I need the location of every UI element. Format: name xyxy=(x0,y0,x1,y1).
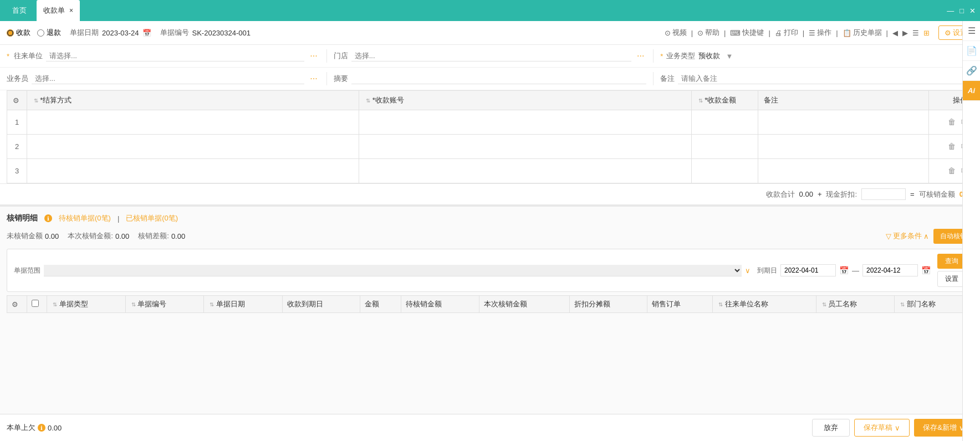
bth-staff: ⇅ 员工名称 xyxy=(816,296,895,313)
net-label: 可核销金额 xyxy=(919,189,955,199)
verify-stats: 未核销金额 0.00 本次核销金额: 0.00 核销差额: 0.00 xyxy=(7,228,185,244)
receipt-table: ⚙ ⇅ *结算方式 ⇅ *收款账号 ⇅ *收款金额 备注 xyxy=(7,90,973,183)
bth-sales-order: 销售订单 xyxy=(647,296,713,313)
row-1-note[interactable] xyxy=(758,110,928,135)
footer-info-icon[interactable]: ℹ xyxy=(38,424,45,432)
row-2-amount[interactable] xyxy=(691,135,758,159)
row-1-account[interactable] xyxy=(359,110,691,135)
bth-settings[interactable]: ⚙ xyxy=(7,296,27,313)
window-minimize-btn[interactable]: — xyxy=(947,7,954,15)
bth-no: ⇅ 单据编号 xyxy=(125,296,204,313)
bth-discount: 折扣分摊额 xyxy=(569,296,647,313)
verification-table: ⚙ ⇅ 单据类型 ⇅ 单据编号 xyxy=(7,295,973,313)
staff-more-btn[interactable]: ··· xyxy=(308,74,319,84)
summary-input[interactable] xyxy=(351,73,647,84)
note-input[interactable] xyxy=(678,73,973,84)
radio-receive[interactable]: 收款 xyxy=(7,28,30,38)
filter-date-start-calendar-btn[interactable]: 📅 xyxy=(839,266,849,275)
action-operation[interactable]: ☰ 操作 xyxy=(809,28,831,38)
row-3-account[interactable] xyxy=(359,159,691,183)
bth-current: 本次核销金额 xyxy=(479,296,569,313)
bth-due-date: 收款到期日 xyxy=(282,296,360,313)
row-2-settlement[interactable] xyxy=(27,135,359,159)
action-help[interactable]: ⊙ 帮助 xyxy=(697,28,719,38)
counterparty-input[interactable] xyxy=(46,50,304,61)
document-info: 单据日期 2023-03-24 📅 单据编号 SK-20230324-001 xyxy=(70,28,656,38)
form-row-2: 业务员 ··· 摘要 备注 xyxy=(0,68,980,90)
filter-date-end-input[interactable] xyxy=(862,264,918,276)
store-input[interactable] xyxy=(351,50,631,61)
select-all-checkbox[interactable] xyxy=(32,300,39,307)
divider1: | xyxy=(691,29,693,37)
row-1-amount[interactable] xyxy=(691,110,758,135)
divider6: | xyxy=(886,29,888,37)
row-3-settlement[interactable] xyxy=(27,159,359,183)
verify-title: 核销明细 xyxy=(7,213,38,223)
store-more-btn[interactable]: ··· xyxy=(635,51,646,61)
prev-label: 本单上欠 xyxy=(7,423,35,433)
action-video[interactable]: ⊙ 视频 xyxy=(665,28,687,38)
nav-tab-close[interactable]: × xyxy=(69,7,73,14)
discard-btn[interactable]: 放弃 xyxy=(812,419,850,437)
verify-info-icon[interactable]: ℹ xyxy=(44,214,52,222)
discount-label: 现金折扣: xyxy=(826,189,857,199)
nav-home[interactable]: 首页 xyxy=(4,2,34,19)
nav-tab-label: 收款单 xyxy=(43,6,65,16)
filter-icon: ▽ xyxy=(886,232,891,240)
filter-range-chevron[interactable]: ∨ xyxy=(745,266,751,275)
tab-pending-verify[interactable]: 待核销单据(0笔) xyxy=(59,213,111,223)
bth-dept: ⇅ 部门名称 xyxy=(895,296,973,313)
doc-date-value: 2023-03-24 xyxy=(102,29,139,37)
radio-refund-input[interactable] xyxy=(37,29,44,37)
tab-done-verify[interactable]: 已核销单据(0笔) xyxy=(126,213,178,223)
row-2-note[interactable] xyxy=(758,135,928,159)
verify-header: 核销明细 ℹ 待核销单据(0笔) | 已核销单据(0笔) xyxy=(7,213,973,223)
discount-input[interactable] xyxy=(861,188,906,200)
window-maximize-btn[interactable]: □ xyxy=(959,7,964,15)
nav-prev[interactable]: ◀ xyxy=(892,29,898,37)
sidebar-icon-ai[interactable]: Ai xyxy=(963,81,981,101)
chevron-up-icon: ∧ xyxy=(923,232,929,240)
sidebar-icon-docs[interactable]: 📄 xyxy=(963,41,981,61)
table-settings-icon[interactable]: ⚙ xyxy=(13,96,19,105)
window-close-btn[interactable]: ✕ xyxy=(969,7,976,15)
row-1-delete-btn[interactable]: 🗑 xyxy=(948,117,956,126)
row-1-settlement[interactable] xyxy=(27,110,359,135)
radio-receive-input[interactable] xyxy=(7,29,14,37)
sidebar-icon-link[interactable]: 🔗 xyxy=(963,61,981,81)
view-grid-icon[interactable]: ⊞ xyxy=(923,29,930,37)
right-sidebar: ☰ 📄 🔗 Ai xyxy=(962,21,980,441)
staff-input[interactable] xyxy=(32,73,304,84)
filter-range-select[interactable] xyxy=(44,265,742,276)
filter-date-end-calendar-btn[interactable]: 📅 xyxy=(921,266,931,275)
view-list-icon[interactable]: ☰ xyxy=(912,29,919,37)
filter-date-start-input[interactable] xyxy=(780,264,836,276)
note-label: 备注 xyxy=(660,74,675,84)
business-type-required: * xyxy=(660,52,663,60)
business-type-value: 预收款 xyxy=(698,51,720,61)
action-print[interactable]: 🖨 打印 xyxy=(775,28,798,38)
row-3-amount[interactable] xyxy=(691,159,758,183)
save-draft-btn[interactable]: 保存草稿 ∨ xyxy=(854,419,910,437)
counterparty-label: 往来单位 xyxy=(14,51,43,61)
nav-tab-receipt[interactable]: 收款单 × xyxy=(37,0,80,21)
more-filter-btn[interactable]: ▽ 更多条件 ∧ xyxy=(886,231,929,241)
footer: 本单上欠 ℹ 0.00 放弃 保存草稿 ∨ 保存&新增 ∨ xyxy=(0,414,980,441)
radio-refund[interactable]: 退款 xyxy=(37,28,61,38)
doc-date-calendar-icon[interactable]: 📅 xyxy=(142,29,151,37)
row-3-note[interactable] xyxy=(758,159,928,183)
window-controls: — □ ✕ xyxy=(947,7,976,15)
action-history[interactable]: 📋 历史单据 xyxy=(843,28,882,38)
save-draft-chevron[interactable]: ∨ xyxy=(895,424,900,432)
business-type-dropdown-btn[interactable]: ▼ xyxy=(726,52,733,60)
row-3-delete-btn[interactable]: 🗑 xyxy=(948,166,956,175)
sidebar-icon-table[interactable]: ☰ xyxy=(963,21,981,41)
bottom-table-settings-icon[interactable]: ⚙ xyxy=(12,300,18,309)
nav-next[interactable]: ▶ xyxy=(902,29,908,37)
row-2-delete-btn[interactable]: 🗑 xyxy=(948,142,956,151)
counterparty-more-btn[interactable]: ··· xyxy=(308,51,319,61)
row-2-account[interactable] xyxy=(359,135,691,159)
action-shortcut[interactable]: ⌨ 快捷键 xyxy=(730,28,764,38)
date-dash: — xyxy=(852,266,859,275)
th-settings[interactable]: ⚙ xyxy=(7,91,27,110)
